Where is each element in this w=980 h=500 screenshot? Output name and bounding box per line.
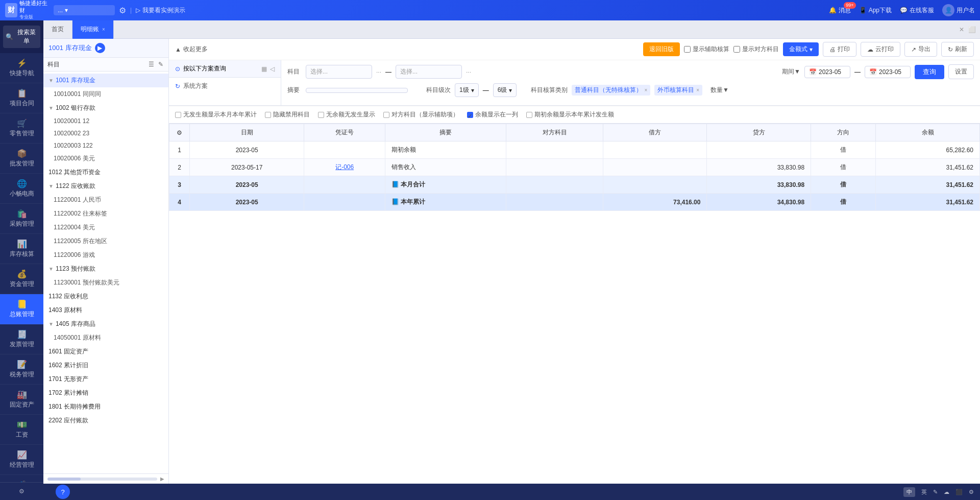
query-btn[interactable]: 查询 <box>915 65 944 79</box>
window-close-icon[interactable]: ✕ <box>959 26 964 33</box>
sidebar-item-fixed-assets[interactable]: 🏭 固定资产 <box>0 385 43 415</box>
level-from-select[interactable]: 1级 ▾ <box>455 83 479 97</box>
sidebar-item-tax[interactable]: 📝 税务管理 <box>0 354 43 385</box>
tree-item-1702[interactable]: 1702 累计摊销 <box>43 386 168 400</box>
subject-input-to[interactable]: 选择... <box>396 65 462 79</box>
show-contra-check[interactable]: 显示对方科目 <box>733 45 779 54</box>
checkbox-no-balance[interactable] <box>318 112 324 118</box>
sidebar-item-ecommerce[interactable]: 🌐 小畅电商 <box>0 174 43 204</box>
tree-item-2202[interactable]: 2202 应付账款 <box>43 414 168 427</box>
show-aux-check[interactable]: 显示辅助核算 <box>684 45 729 54</box>
tree-item-1132[interactable]: 1132 应收利息 <box>43 290 168 303</box>
sidebar-item-payroll[interactable]: 💵 工资 <box>0 415 43 445</box>
print-btn[interactable]: 🖨 打印 <box>823 42 856 57</box>
tree-item-10010001[interactable]: 10010001 同同同 <box>43 87 168 101</box>
level-to-select[interactable]: 6级 ▾ <box>493 83 517 97</box>
tag-foreign-close-btn[interactable]: × <box>696 87 699 93</box>
tree-item-1122[interactable]: ▼ 1122 应收账款 <box>43 179 168 193</box>
window-maximize-icon[interactable]: ⬜ <box>968 26 976 33</box>
tree-item-1601[interactable]: 1601 固定资产 <box>43 345 168 359</box>
tree-item-10020003[interactable]: 10020003 122 <box>43 139 168 152</box>
show-aux-checkbox[interactable] <box>684 46 691 53</box>
tree-item-10020001[interactable]: 10020001 12 <box>43 115 168 127</box>
checkbox-contra-subject[interactable] <box>383 112 389 118</box>
lang-cn-btn[interactable]: 中 <box>903 487 915 497</box>
back-to-old-btn[interactable]: 退回旧版 <box>643 42 680 56</box>
subject-input-from[interactable]: 选择... <box>306 65 372 79</box>
sidebar-item-inventory[interactable]: 📊 库存核算 <box>0 234 43 264</box>
tree-item-1001[interactable]: ▼ 1001 库存现金 <box>43 74 168 87</box>
sidebar-item-wholesale[interactable]: 📦 批发管理 <box>0 144 43 174</box>
account-nav-btn[interactable]: ▶ <box>95 43 105 53</box>
tree-item-11220006[interactable]: 11220006 游戏 <box>43 248 168 262</box>
tree-item-11230001[interactable]: 11230001 预付账款美元 <box>43 276 168 290</box>
demo-link[interactable]: ▷ 我要看实例演示 <box>136 6 185 15</box>
tag-normal-close-btn[interactable]: × <box>644 87 647 93</box>
row-voucher-2[interactable]: 记-006 <box>304 159 385 176</box>
tab-detail-account[interactable]: 明细账 × <box>72 20 114 39</box>
checkbox-hide-disabled[interactable] <box>265 112 271 118</box>
online-service-btn[interactable]: 💬 在线客服 <box>900 6 934 15</box>
settings-btn[interactable]: 设置 <box>948 64 974 79</box>
tree-item-10020002[interactable]: 10020002 23 <box>43 127 168 139</box>
quantity-selector[interactable]: 数量▼ <box>710 86 729 94</box>
tree-item-11220004[interactable]: 11220004 美元 <box>43 221 168 234</box>
tree-item-1701[interactable]: 1701 无形资产 <box>43 372 168 386</box>
app-download-btn[interactable]: 📱 App下载 <box>859 6 892 15</box>
period-to-input[interactable]: 📅 2023-05 <box>865 66 911 78</box>
sidebar-item-capital[interactable]: 💰 资金管理 <box>0 264 43 294</box>
check-hide-disabled[interactable]: 隐藏禁用科目 <box>265 110 310 119</box>
tree-item-1002[interactable]: ▼ 1002 银行存款 <box>43 101 168 115</box>
gear-status-icon[interactable]: ⚙ <box>969 489 974 495</box>
sidebar-item-quick-nav[interactable]: ⚡ 快捷导航 <box>0 53 43 83</box>
checkbox-balance-one-col[interactable]: ✓ <box>467 112 473 118</box>
company-selector[interactable]: ... ▾ <box>54 5 115 15</box>
tree-item-11220005[interactable]: 11220005 所在地区 <box>43 234 168 248</box>
tree-item-1405[interactable]: ▼ 1405 库存商品 <box>43 317 168 331</box>
tab-close-btn[interactable]: × <box>102 27 105 32</box>
tree-item-10020006[interactable]: 10020006 美元 <box>43 152 168 165</box>
user-profile-btn[interactable]: 👤 用户名 <box>942 4 975 16</box>
format-btn[interactable]: 金额式 ▾ <box>783 42 819 56</box>
summary-input[interactable] <box>306 88 408 93</box>
sidebar-item-general-ledger[interactable]: 📒 总账管理 <box>0 294 43 324</box>
tree-item-11220002[interactable]: 11220002 往来标签 <box>43 207 168 221</box>
checkbox-no-amount[interactable] <box>175 112 181 118</box>
export-btn[interactable]: ↗ 导出 <box>904 42 937 57</box>
col-settings[interactable]: ⚙ <box>169 124 190 141</box>
sidebar-item-retail[interactable]: 🛒 零售管理 <box>0 113 43 144</box>
checkbox-opening-balance[interactable] <box>526 112 532 118</box>
settings-icon[interactable]: ⚙ <box>119 6 126 15</box>
edit-icon[interactable]: ✎ <box>157 60 164 69</box>
check-opening-balance[interactable]: 期初余额显示本年累计发生额 <box>526 110 614 119</box>
cloud-status-icon[interactable]: ☁ <box>944 489 949 495</box>
lang-en-btn[interactable]: 英 <box>921 488 927 496</box>
edit-status-icon[interactable]: ✎ <box>933 489 938 495</box>
tree-item-1012[interactable]: 1012 其他货币资金 <box>43 165 168 179</box>
sidebar-item-purchase[interactable]: 🛍️ 采购管理 <box>0 204 43 234</box>
help-btn[interactable]: ? <box>56 485 70 499</box>
check-no-amount[interactable]: 无发生额显示本月本年累计 <box>175 110 257 119</box>
sidebar-item-invoice[interactable]: 🧾 发票管理 <box>0 324 43 354</box>
scheme-item-system[interactable]: ↻ 系统方案 <box>169 78 281 94</box>
refresh-btn[interactable]: ↻ 刷新 <box>941 42 974 57</box>
period-from-input[interactable]: 📅 2023-05 <box>804 66 850 78</box>
list-view-icon[interactable]: ☰ <box>148 60 155 69</box>
sidebar-item-operations[interactable]: 📈 经营管理 <box>0 445 43 475</box>
check-no-balance[interactable]: 无余额无发生显示 <box>318 110 375 119</box>
voucher-link-2[interactable]: 记-006 <box>335 163 354 171</box>
notification-btn[interactable]: 🔔 消息 99+ <box>829 6 851 15</box>
sidebar-item-expense[interactable]: 🧳 小畅报销 <box>0 475 43 482</box>
check-contra-subject[interactable]: 对方科目（显示辅助项） <box>383 110 459 119</box>
tree-item-1602[interactable]: 1602 累计折旧 <box>43 359 168 372</box>
collapse-right-icon[interactable]: ◁ <box>270 65 275 73</box>
cloud-print-btn[interactable]: ☁ 云打印 <box>861 42 900 57</box>
sidebar-item-project-contract[interactable]: 📋 项目合同 <box>0 83 43 113</box>
show-contra-checkbox[interactable] <box>733 46 740 53</box>
tree-item-1801[interactable]: 1801 长期待摊费用 <box>43 400 168 414</box>
sidebar-settings-btn[interactable]: ⚙ <box>0 482 43 500</box>
tree-item-11220001[interactable]: 11220001 人民币 <box>43 193 168 207</box>
search-menu-btn[interactable]: 🔍 搜索菜单 <box>3 26 40 48</box>
tree-item-1403[interactable]: 1403 原材料 <box>43 303 168 317</box>
collapse-btn[interactable]: ▲ 收起更多 <box>175 45 208 54</box>
